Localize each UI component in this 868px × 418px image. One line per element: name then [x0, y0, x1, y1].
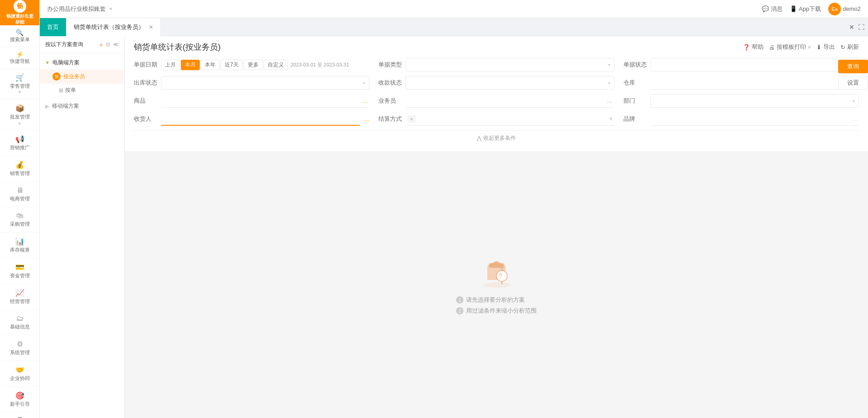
app-download-btn[interactable]: 📱 App下载: [790, 5, 821, 13]
edit-plan-btn[interactable]: ⊙: [106, 41, 110, 48]
empty-illustration: ?: [478, 254, 514, 290]
sidebar-item-system-label: 系统管理: [10, 349, 30, 356]
message-icon: 💬: [762, 5, 769, 12]
collapse-filters-btn[interactable]: ⋀ 收起更多条件: [134, 130, 859, 146]
tab-expand-btn[interactable]: ⛶: [858, 24, 864, 31]
quick-nav-label: 快捷导航: [0, 58, 39, 65]
sidebar-item-basic[interactable]: 🗂 基础信息: [0, 310, 39, 335]
top-header: 办公用品行业模拟账套 ▾ 💬 消息 📱 App下载 Ea demo2: [40, 0, 868, 18]
brand-label: 品牌: [623, 115, 647, 123]
collapse-panel-btn[interactable]: ≪: [113, 41, 119, 48]
dept-chevron: ▾: [853, 99, 855, 104]
quick-nav-item[interactable]: ⚡ 快捷导航: [0, 47, 39, 69]
sidebar-item-wholesale[interactable]: 📦 批发管理 ▲: [0, 100, 39, 130]
sidebar-item-guide-label: 新手引导: [10, 401, 30, 408]
sidebar-item-sales[interactable]: 💰 销售管理: [0, 156, 39, 182]
date-7days-btn[interactable]: 近7天: [221, 60, 243, 70]
payment-method-label: 结算方式: [378, 115, 402, 123]
logo-icon: 畅: [14, 0, 26, 13]
message-label: 消息: [771, 5, 783, 13]
svg-point-0: [483, 282, 510, 288]
sidebar-item-purchase[interactable]: 🛍 采购管理: [0, 207, 39, 233]
page-header: 销货单统计表(按业务员) ❓ 帮助 🖨 按模板打印 ▾ ⬇: [125, 36, 868, 151]
tab-home[interactable]: 首页: [40, 18, 66, 36]
sidebar-item-appstore[interactable]: 📱 应用中心: [0, 413, 39, 418]
expand-arrow-icon: ▼: [45, 60, 50, 65]
payment-method-filter-cell: 结算方式 × ▾: [378, 112, 614, 126]
export-btn[interactable]: ⬇ 导出: [816, 43, 835, 51]
svg-text:?: ?: [499, 273, 502, 279]
date-last-month-btn[interactable]: 上月: [161, 60, 180, 70]
payment-method-chevron[interactable]: ▾: [609, 115, 613, 122]
tab-sales-stat[interactable]: 销货单统计表（按业务员） ✕: [66, 18, 161, 36]
plan-sub-by-order[interactable]: ⊞ 按单: [40, 84, 124, 97]
receiver-input[interactable]: [161, 112, 360, 126]
brand-select-area[interactable]: …: [651, 112, 859, 126]
outbound-label: 出库状态: [134, 79, 157, 87]
empty-tips: 1 请先选择要分析的方案 2 用过滤条件来缩小分析范围: [456, 296, 537, 315]
search-label: 搜索菜单: [0, 36, 39, 43]
sidebar-item-corp[interactable]: 🤝 企业协同: [0, 361, 39, 387]
order-type-select[interactable]: ▾: [406, 58, 614, 71]
tab-bar-right: ✕ ⛶: [849, 24, 868, 31]
date-range-display: 2023-03-01 至 2023-03-31: [291, 62, 349, 68]
sidebar-item-operation[interactable]: 📈 经营管理: [0, 284, 39, 310]
plan-group-desktop-header[interactable]: ▼ 电脑端方案: [40, 56, 124, 69]
payment-status-label: 收款状态: [378, 79, 402, 87]
left-panel-title: 按以下方案查询: [45, 41, 83, 48]
desktop-group-label: 电脑端方案: [52, 59, 80, 66]
sidebar-item-basic-label: 基础信息: [10, 323, 30, 330]
sidebar-item-inventory[interactable]: 📊 库存核算: [0, 233, 39, 258]
sidebar-item-system[interactable]: ⚙ 系统管理: [0, 335, 39, 361]
settings-btn[interactable]: 设置: [838, 76, 868, 90]
brand-dots: …: [851, 115, 857, 122]
goods-select-area[interactable]: …: [161, 94, 369, 108]
left-panel-actions: + ⊙ ≪: [99, 41, 119, 48]
sidebar-item-marketing[interactable]: 📢 营销推广: [0, 130, 39, 156]
empty-state-area: ? 1 请先选择要分析的方案 2 用过滤条件来缩小分析范围: [125, 151, 868, 418]
outbound-select[interactable]: ▾: [161, 76, 369, 90]
order-status-select[interactable]: ▾: [651, 58, 859, 71]
message-btn[interactable]: 💬 消息: [762, 5, 783, 13]
export-icon: ⬇: [816, 44, 821, 51]
receiver-dots[interactable]: …: [363, 116, 369, 123]
sidebar-item-guide[interactable]: 🎯 新手引导: [0, 387, 39, 413]
help-btn[interactable]: ❓ 帮助: [743, 43, 764, 51]
staff-select-area[interactable]: …: [406, 94, 614, 108]
print-btn[interactable]: 🖨 按模板打印 ▾: [769, 43, 811, 51]
add-plan-btn[interactable]: +: [99, 41, 103, 48]
search-menu-item[interactable]: 🔍 搜索菜单: [0, 25, 39, 47]
dept-filter-cell: 部门 ▾: [623, 94, 859, 108]
plan-group-mobile[interactable]: ▶ 移动端方案: [40, 100, 124, 113]
payment-method-tag-close[interactable]: ×: [410, 116, 413, 122]
sidebar-item-finance[interactable]: 💳 资金管理: [0, 258, 39, 284]
sidebar-item-retail[interactable]: 🛒 零售管理 ▼: [0, 69, 39, 100]
sidebar-item-ecommerce[interactable]: 🖥 电商管理: [0, 182, 39, 207]
sidebar-item-ecommerce-label: 电商管理: [10, 195, 30, 202]
logo-sub: 标能: [15, 19, 24, 25]
receiver-filter-cell: 收货人 …: [134, 112, 369, 126]
payment-status-select[interactable]: ▾: [406, 76, 614, 90]
dept-select[interactable]: ▾: [651, 94, 859, 108]
dept-label: 部门: [623, 97, 647, 105]
user-area[interactable]: Ea demo2: [828, 3, 861, 15]
tab-close-icon[interactable]: ✕: [149, 24, 153, 30]
app-logo[interactable]: 畅 畅捷通好生意 标能: [0, 0, 40, 25]
date-this-month-btn[interactable]: 本月: [181, 60, 200, 70]
tab-sales-stat-label: 销货单统计表（按业务员）: [74, 23, 144, 31]
plan-item-by-staff[interactable]: 按 按业务员: [40, 69, 124, 84]
staff-label: 业务员: [378, 97, 402, 105]
date-more-btn[interactable]: 更多: [244, 60, 263, 70]
warehouse-select-area[interactable]: …: [651, 76, 859, 90]
date-custom-btn[interactable]: 自定义: [264, 60, 288, 70]
query-btn[interactable]: 查询: [838, 60, 868, 73]
date-this-year-btn[interactable]: 本年: [201, 60, 220, 70]
tab-close-all-btn[interactable]: ✕: [849, 24, 854, 31]
date-buttons: 上月 本月 本年 近7天 更多 自定义 2023-03-01 至 2023-03…: [161, 60, 369, 70]
plan-by-order-label: 按单: [65, 86, 76, 94]
goods-label: 商品: [134, 97, 157, 105]
staff-dots: …: [607, 97, 613, 104]
empty-tip-2: 2 用过滤条件来缩小分析范围: [456, 307, 537, 315]
payment-status-chevron: ▾: [608, 81, 610, 86]
filter-area: 单据日期 上月 本月 本年 近7天 更多 自定义 2023-03-01 至 20…: [134, 58, 859, 151]
